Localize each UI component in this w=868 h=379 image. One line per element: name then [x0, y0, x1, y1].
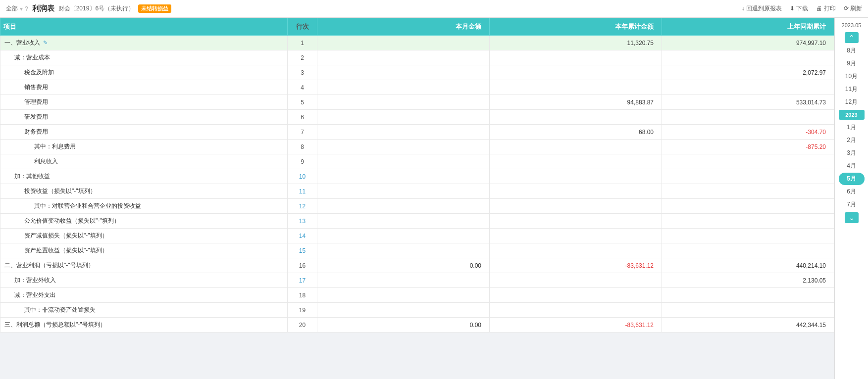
cell-lastyear-amount: 440,214.10: [662, 258, 834, 273]
cell-item: 减：营业成本: [0, 50, 288, 65]
table-row: 销售费用4: [0, 80, 834, 95]
cell-rownum[interactable]: 15: [288, 243, 317, 258]
cell-lastyear-amount: [662, 288, 834, 303]
cell-rownum[interactable]: 14: [288, 229, 317, 243]
cell-month-amount: 0.00: [317, 258, 490, 273]
table-row: 资产减值损失（损失以"-"填列）14: [0, 229, 834, 243]
cell-year-amount: -83,631.12: [490, 258, 662, 273]
cell-lastyear-amount: -304.70: [662, 125, 834, 140]
cell-item: 管理费用: [0, 95, 288, 110]
cell-lastyear-amount: [662, 50, 834, 65]
cell-lastyear-amount: [662, 154, 834, 169]
cell-year-amount: [490, 243, 662, 258]
table-row: 管理费用594,883.87533,014.73: [0, 95, 834, 110]
cell-year-amount: [490, 273, 662, 288]
month-item[interactable]: 11月: [839, 83, 865, 95]
month-item[interactable]: 8月: [839, 45, 865, 57]
table-row: 研发费用6: [0, 110, 834, 125]
year-label: 2023: [839, 110, 865, 120]
back-btn[interactable]: ↓ 回退到原报表: [742, 4, 782, 13]
cell-month-amount: 0.00: [317, 318, 490, 332]
cell-item: 公允价值变动收益（损失以"-"填列）: [0, 214, 288, 229]
cell-lastyear-amount: 2,130.05: [662, 273, 834, 288]
refresh-btn[interactable]: ⟳ 刷新: [844, 4, 862, 13]
month-nav-down[interactable]: ⌄: [845, 212, 859, 223]
cell-rownum: 19: [288, 303, 317, 318]
month-item[interactable]: 4月: [839, 160, 865, 172]
month-nav-up[interactable]: ⌃: [845, 32, 859, 43]
month-item[interactable]: 2月: [839, 134, 865, 146]
cell-rownum: 9: [288, 154, 317, 169]
col-header-item: 项目: [0, 18, 288, 36]
cell-item: 税金及附加: [0, 65, 288, 80]
cell-item: 减：营业外支出: [0, 288, 288, 303]
cell-month-amount: [317, 184, 490, 199]
cell-rownum[interactable]: 13: [288, 214, 317, 229]
print-btn[interactable]: 🖨 打印: [816, 4, 835, 13]
cell-month-amount: [317, 303, 490, 318]
month-item[interactable]: 12月: [839, 96, 865, 108]
cell-year-amount: [490, 288, 662, 303]
table-row: 利息收入9: [0, 154, 834, 169]
cell-lastyear-amount: 2,072.97: [662, 65, 834, 80]
cell-rownum: 1: [288, 36, 317, 50]
month-item[interactable]: 10月: [839, 70, 865, 83]
cell-lastyear-amount: [662, 229, 834, 243]
status-badge: 未结转损益: [138, 4, 171, 13]
month-item[interactable]: 7月: [839, 198, 865, 211]
download-btn[interactable]: ⬇ 下载: [790, 4, 808, 13]
cell-month-amount: [317, 110, 490, 125]
cell-month-amount: [317, 229, 490, 243]
cell-month-amount: [317, 243, 490, 258]
table-row: 一、营业收入✎111,320.75974,997.10: [0, 36, 834, 50]
cell-lastyear-amount: 533,014.73: [662, 95, 834, 110]
cell-lastyear-amount: [662, 199, 834, 214]
month-item[interactable]: 9月: [839, 57, 865, 70]
col-header-year: 本年累计金额: [490, 18, 662, 36]
col-header-rownum: 行次: [288, 18, 317, 36]
top-bar: 全部 ▾ ? 利润表 财会〔2019〕6号（未执行） 未结转损益 ↓ 回退到原报…: [0, 0, 868, 18]
profit-table: 项目 行次 本月金额 本年累计金额 上年同期累计 一、营业收入✎111,320.…: [0, 18, 834, 332]
cell-month-amount: [317, 273, 490, 288]
table-row: 三、利润总额（亏损总额以"-"号填列）200.00-83,631.12442,3…: [0, 318, 834, 332]
cell-item: 二、营业利润（亏损以"-"号填列）: [0, 258, 288, 273]
month-item[interactable]: 6月: [839, 186, 865, 198]
table-row: 财务费用768.00-304.70: [0, 125, 834, 140]
cell-rownum[interactable]: 17: [288, 273, 317, 288]
table-row: 减：营业成本2: [0, 50, 834, 65]
cell-item: 其中：对联营企业和合营企业的投资收益: [0, 199, 288, 214]
cell-year-amount: [490, 50, 662, 65]
cell-year-amount: -83,631.12: [490, 318, 662, 332]
cell-lastyear-amount: [662, 303, 834, 318]
help-icon[interactable]: ?: [25, 5, 28, 12]
cell-month-amount: [317, 199, 490, 214]
cell-year-amount: [490, 154, 662, 169]
table-row: 资产处置收益（损失以"-"填列）15: [0, 243, 834, 258]
month-item[interactable]: 3月: [839, 147, 865, 159]
cell-lastyear-amount: [662, 80, 834, 95]
cell-lastyear-amount: -875.20: [662, 140, 834, 154]
cell-year-amount: [490, 199, 662, 214]
edit-icon[interactable]: ✎: [43, 40, 48, 46]
cell-month-amount: [317, 125, 490, 140]
cell-item: 投资收益（损失以"-"填列）: [0, 184, 288, 199]
month-item[interactable]: 1月: [839, 121, 865, 134]
cell-lastyear-amount: 974,997.10: [662, 36, 834, 50]
cell-rownum[interactable]: 12: [288, 199, 317, 214]
cell-item: 利息收入: [0, 154, 288, 169]
cell-rownum[interactable]: 11: [288, 184, 317, 199]
table-row: 投资收益（损失以"-"填列）11: [0, 184, 834, 199]
cell-item: 一、营业收入✎: [0, 36, 288, 50]
breadcrumb-home[interactable]: 全部: [6, 4, 18, 13]
cell-item: 财务费用: [0, 125, 288, 140]
col-header-lastyear: 上年同期累计: [662, 18, 834, 36]
cell-rownum: 20: [288, 318, 317, 332]
cell-rownum[interactable]: 10: [288, 169, 317, 184]
cell-item: 加：营业外收入: [0, 273, 288, 288]
cell-year-amount: [490, 229, 662, 243]
main-container: 项目 行次 本月金额 本年累计金额 上年同期累计 一、营业收入✎111,320.…: [0, 18, 868, 379]
cell-item: 其中：利息费用: [0, 140, 288, 154]
cell-rownum: 7: [288, 125, 317, 140]
cell-lastyear-amount: [662, 243, 834, 258]
table-row: 其中：非流动资产处置损失19: [0, 303, 834, 318]
